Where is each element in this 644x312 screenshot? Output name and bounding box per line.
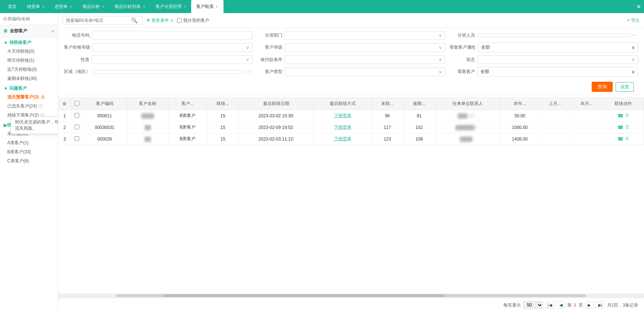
filter-region-more-icon[interactable]: ··· bbox=[245, 69, 252, 75]
my-customer-checkbox-wrap[interactable]: 我分管的客户 bbox=[177, 17, 209, 24]
cell-name-1: ██ bbox=[127, 122, 169, 133]
query-button[interactable]: 查询 bbox=[592, 82, 613, 92]
filter-manager-more-icon[interactable]: ··· bbox=[631, 32, 638, 39]
first-page-button[interactable]: |◀ bbox=[545, 301, 555, 309]
more-action-icon-2[interactable]: ⠿ bbox=[625, 136, 629, 142]
sidebar-item-week-contact[interactable]: 近7天待联络(0) bbox=[0, 65, 58, 74]
sidebar-search-icon[interactable]: 🔍 bbox=[57, 16, 58, 22]
settings-button[interactable]: 设置 bbox=[616, 82, 634, 92]
scrollbar-thumb[interactable] bbox=[163, 294, 445, 297]
cell-check-0[interactable] bbox=[71, 110, 82, 122]
tab-customer-contact[interactable]: 客户联系 × bbox=[191, 0, 223, 13]
filter-retail-customer-select[interactable]: 全部 ∨ bbox=[477, 67, 638, 77]
chevron-down-dept-icon: ∨ bbox=[439, 33, 442, 38]
contact-icon-1[interactable]: ☎ bbox=[617, 125, 623, 130]
filter-customer-type-select[interactable]: ∨ bbox=[285, 68, 446, 76]
filter-retail-attr-select[interactable]: 全部 ∨ bbox=[478, 42, 638, 52]
sidebar-group-pending-contact[interactable]: ▼ 待联络客户 bbox=[0, 37, 58, 47]
filter-phone: 电话号码 bbox=[64, 31, 253, 40]
sidebar-item-churned[interactable]: 已流失客户(24) ⓘ bbox=[0, 102, 58, 111]
col-header-check[interactable] bbox=[71, 98, 82, 110]
sidebar-collapse-icon[interactable]: « bbox=[52, 29, 54, 34]
arrow-down-icon2: ▼ bbox=[4, 86, 8, 91]
filter-phone-input[interactable] bbox=[92, 31, 253, 40]
tooltip-churn-warning: 90天未交易的客户，可能有流失风险。 bbox=[11, 117, 58, 134]
filter-customer-type-label: 客户类型 bbox=[257, 69, 282, 75]
close-window-button[interactable]: ✕ bbox=[636, 3, 641, 10]
per-page-select[interactable]: 50 100 200 bbox=[523, 301, 543, 309]
sidebar-item-overdue-contact[interactable]: 逾期未联络(30) bbox=[0, 74, 58, 83]
filter-row-3: 性质 ∨ 收付款条件 ∨ 状态 bbox=[64, 55, 638, 64]
filter-nature-select[interactable]: ∨ bbox=[92, 55, 253, 64]
tab-close-product-list[interactable]: × bbox=[143, 4, 145, 9]
cell-this-month-0 bbox=[571, 110, 603, 122]
chevron-down-icon: ∧ bbox=[170, 18, 173, 23]
col-header-name: 客户名称 bbox=[127, 98, 169, 110]
filter-manager-select[interactable] bbox=[477, 33, 630, 37]
sidebar-item-a-class[interactable]: A类客户(1) bbox=[0, 138, 58, 147]
col-header-settings[interactable]: ⚙ bbox=[58, 98, 71, 110]
filter-panel: 电话号码 分管部门 ∨ 分管人员 ··· bbox=[58, 28, 644, 98]
filter-dept-select[interactable]: ∨ bbox=[285, 31, 446, 40]
my-customer-checkbox[interactable] bbox=[177, 18, 182, 23]
filter-payment-select[interactable]: ∨ bbox=[285, 55, 446, 64]
col-header-last-method: 最后联络方式 bbox=[314, 98, 371, 110]
row-checkbox-2[interactable] bbox=[75, 136, 79, 141]
last-page-button[interactable]: ▶| bbox=[596, 301, 605, 309]
page-label: 第 bbox=[567, 302, 572, 308]
sidebar-search-input[interactable] bbox=[3, 16, 57, 21]
more-filter-button[interactable]: ▼ 更多条件 ∧ bbox=[146, 17, 173, 24]
filter-status-select[interactable]: ∨ bbox=[477, 55, 638, 64]
tab-close-sales[interactable]: × bbox=[42, 4, 44, 9]
sidebar-search-area: 🔍 bbox=[0, 13, 58, 25]
filter-price-grade-label: 客户价格等级 bbox=[64, 44, 90, 50]
filter-region-select[interactable] bbox=[92, 70, 245, 74]
cell-last-date-0: 2023-03-02 10:30: bbox=[239, 110, 314, 122]
prev-page-button[interactable]: ◀ bbox=[557, 301, 565, 309]
cell-code-0: 000011 bbox=[82, 110, 127, 122]
table-wrap: ⚙ 客户编码 客户名称 客户... bbox=[58, 98, 644, 293]
sidebar-group-problem-customers[interactable]: ▼ 问题客户 bbox=[0, 83, 58, 93]
tab-close-customer-contact[interactable]: × bbox=[216, 4, 218, 9]
tab-product-analysis[interactable]: 商品分析 × bbox=[77, 0, 109, 13]
tab-customer-tier[interactable]: 客户分层经营 × bbox=[150, 0, 191, 13]
content-area: 🔍 ▼ 更多条件 ∧ 我分管的客户 ↗ 导出 电话号码 bbox=[58, 13, 644, 312]
sidebar-item-tomorrow-contact[interactable]: 明天待联络(1) bbox=[0, 56, 58, 65]
col-header-contact-person: 往来单位联系人 bbox=[435, 98, 501, 110]
sidebar-item-churn-warning[interactable]: 流失预警客户(3) ⚠ bbox=[0, 93, 58, 102]
cell-last-method-0[interactable]: 下销货单 bbox=[314, 110, 371, 122]
sidebar-item-c-class[interactable]: C类客户(6) bbox=[0, 157, 58, 166]
more-action-icon-0[interactable]: ⠿ bbox=[625, 113, 629, 118]
export-button[interactable]: ↗ 导出 bbox=[626, 17, 640, 24]
sidebar-item-b-class[interactable]: B类客户(33) bbox=[0, 147, 58, 157]
col-header-action: 联络动作 bbox=[603, 98, 644, 110]
search-icon-button[interactable]: 🔍 bbox=[131, 17, 137, 23]
tab-product-list[interactable]: 商品分析列表 × bbox=[109, 0, 150, 13]
filter-price-grade-select[interactable]: ∨ bbox=[92, 43, 253, 52]
filter-customer-grade-select[interactable]: ∨ bbox=[285, 43, 446, 52]
cell-no-contact-1: 117 bbox=[371, 122, 403, 133]
contact-icon-2[interactable]: ☎ bbox=[617, 136, 623, 142]
cell-last-method-1[interactable]: 下销货单 bbox=[314, 122, 371, 133]
cell-action-1: ☎ ⠿ bbox=[603, 122, 644, 133]
more-action-icon-1[interactable]: ⠿ bbox=[625, 125, 629, 130]
tab-sales[interactable]: 销货单 × bbox=[22, 0, 49, 13]
tab-purchase[interactable]: 进货单 × bbox=[49, 0, 77, 13]
tab-close-customer-tier[interactable]: × bbox=[184, 4, 186, 9]
horizontal-scrollbar[interactable] bbox=[58, 293, 644, 298]
gear-icon[interactable]: ⚙ bbox=[63, 101, 67, 106]
row-checkbox-0[interactable] bbox=[75, 113, 79, 118]
cell-check-1[interactable] bbox=[71, 122, 82, 133]
select-all-checkbox[interactable] bbox=[75, 101, 79, 106]
search-input[interactable] bbox=[66, 18, 131, 23]
tab-home[interactable]: 首页 bbox=[3, 0, 22, 13]
filter-retail-customer-label: 零散客户 bbox=[450, 69, 475, 75]
row-checkbox-1[interactable] bbox=[75, 125, 79, 129]
next-page-button[interactable]: ▶ bbox=[585, 301, 593, 309]
cell-check-2[interactable] bbox=[71, 133, 82, 145]
contact-icon-0[interactable]: ☎ bbox=[617, 113, 623, 118]
cell-last-method-2[interactable]: 下销货单 bbox=[314, 133, 371, 145]
tab-close-product-analysis[interactable]: × bbox=[102, 4, 104, 9]
tab-close-purchase[interactable]: × bbox=[70, 4, 72, 9]
sidebar-item-today-contact[interactable]: 今天待联络(0) bbox=[0, 47, 58, 56]
